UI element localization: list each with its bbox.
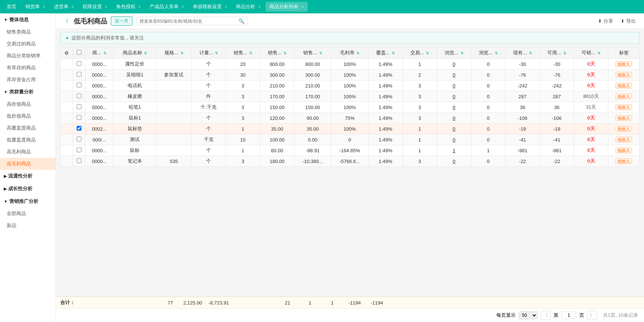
- row-stock-available-8: -41: [539, 134, 574, 145]
- row-stock-current-8: -41: [505, 134, 539, 145]
- row-view2-2: 0: [471, 70, 505, 80]
- row-tag-1: 低收入: [608, 59, 640, 70]
- select-all-checkbox[interactable]: [77, 50, 81, 55]
- row-sales-price-10: 180.00: [260, 156, 294, 167]
- row-tag-10: 低收入: [608, 156, 640, 167]
- col-settings[interactable]: ⚙: [61, 47, 73, 59]
- nav-item-purchase[interactable]: 进货单 ×: [50, 2, 77, 12]
- search-input[interactable]: [140, 19, 236, 24]
- nav-item-home[interactable]: 首页: [3, 2, 20, 12]
- nav-item-goods-list[interactable]: 商品分析列表 ×: [266, 2, 307, 12]
- nav-item-roles[interactable]: 角色授权 ×: [112, 2, 144, 12]
- row-checkbox-1[interactable]: [73, 59, 85, 70]
- sidebar-item-low-margin[interactable]: 低毛利商品: [0, 158, 55, 170]
- row-checkbox-6[interactable]: [73, 113, 85, 124]
- row-view1-1[interactable]: 0: [437, 59, 471, 70]
- row-checkbox-3[interactable]: [73, 80, 85, 91]
- nav-close-goods-list[interactable]: ×: [301, 4, 304, 9]
- row-spec-1: [156, 59, 191, 70]
- row-checkbox-4[interactable]: [73, 91, 85, 102]
- prev-page-button[interactable]: 〈: [541, 311, 551, 320]
- row-view1-6[interactable]: 0: [437, 113, 471, 124]
- row-checkbox-8[interactable]: [73, 134, 85, 145]
- row-view1-2[interactable]: 0: [437, 70, 471, 80]
- footer-view2: 1: [321, 300, 343, 306]
- col-checkbox[interactable]: [73, 47, 85, 59]
- row-coverage-10: 1.49%: [368, 156, 403, 167]
- row-view1-7[interactable]: 0: [437, 124, 471, 134]
- page-input[interactable]: [561, 312, 576, 319]
- sidebar-group-growth[interactable]: ▶ 成长性分析: [0, 182, 55, 195]
- sidebar-item-low-coverage[interactable]: 低覆盖度商品: [0, 134, 55, 146]
- arrow-right-icon: ▶: [4, 174, 7, 179]
- row-view1-8[interactable]: 0: [437, 134, 471, 145]
- sidebar-group-cluster[interactable]: ▼ 类群量分析: [0, 86, 55, 98]
- sidebar-item-category-sales-rate[interactable]: 商品分类助销率: [0, 50, 55, 62]
- nav-close-goods-analysis[interactable]: ×: [258, 4, 260, 9]
- row-checkbox-2[interactable]: [73, 70, 85, 80]
- next-page-button[interactable]: 〉: [587, 311, 597, 320]
- row-sales-qty-3: 3: [226, 80, 260, 91]
- row-sales-price-9: 60.00: [260, 145, 294, 156]
- nav-item-permissions[interactable]: 权限设置 ×: [79, 2, 111, 12]
- row-checkbox-7[interactable]: [73, 124, 85, 134]
- search-icon[interactable]: 🔍: [238, 18, 244, 24]
- date-filter-button[interactable]: 近一月: [111, 16, 132, 26]
- row-stock-available-1: -30: [539, 59, 574, 70]
- row-view1-4[interactable]: 0: [437, 91, 471, 102]
- row-trade-1: 1: [403, 59, 437, 70]
- table-row: 0000... 吴细细1 参加复试 个 30 300.00 300.00 100…: [61, 70, 640, 80]
- footer-sales-qty: 77: [161, 300, 180, 306]
- nav-close-sales[interactable]: ×: [43, 4, 45, 9]
- footer-view1: 1: [299, 300, 321, 306]
- sidebar-item-stock-goods[interactable]: 有库存的商品: [0, 62, 55, 74]
- sidebar-item-low-value[interactable]: 低价值商品: [0, 110, 55, 122]
- sidebar-item-all-goods[interactable]: 全部商品: [0, 208, 55, 220]
- row-tag-6: 低收入: [608, 113, 640, 124]
- nav-item-sales[interactable]: 销货单 ×: [22, 2, 49, 12]
- col-stock-available: 可用... ⇅: [539, 47, 574, 59]
- nav-close-permissions[interactable]: ×: [105, 4, 107, 9]
- row-checkbox-5[interactable]: [73, 102, 85, 113]
- nav-close-roles[interactable]: ×: [138, 4, 141, 9]
- sidebar-group-marketing[interactable]: ▼ 营销推广分析: [0, 195, 55, 208]
- nav-item-templates[interactable]: 单据模板设置 ×: [189, 2, 231, 12]
- sidebar-group-flow[interactable]: ▶ 流通性分析: [0, 170, 55, 182]
- row-code-7: 0002...: [85, 124, 113, 134]
- row-checkbox-10[interactable]: [73, 156, 85, 167]
- row-sales-amount-7: 35.00: [294, 124, 331, 134]
- sidebar-item-stock-capital[interactable]: 库存资金占用: [0, 74, 55, 86]
- sidebar-group-overall[interactable]: ▼ 整体信息: [0, 13, 55, 26]
- export-button[interactable]: ⬇ 导出: [618, 17, 638, 26]
- row-trade-2: 2: [403, 70, 437, 80]
- row-settings-5: [61, 102, 73, 113]
- row-view1-9[interactable]: 1: [437, 145, 471, 156]
- nav-close-purchase[interactable]: ×: [71, 4, 74, 9]
- export-icon: ⬇: [621, 18, 625, 24]
- row-view1-10[interactable]: 0: [437, 156, 471, 167]
- sidebar-item-traded-goods[interactable]: 交易过的商品: [0, 38, 55, 50]
- per-page-select[interactable]: 20 50 100: [519, 311, 538, 319]
- sidebar-item-high-value[interactable]: 高价值商品: [0, 98, 55, 110]
- sidebar-item-new-goods[interactable]: 新品: [0, 220, 55, 232]
- sidebar-collapse-button[interactable]: 《: [62, 17, 70, 25]
- nav-item-products[interactable]: 产成品入库单 ×: [146, 2, 188, 12]
- nav-close-products[interactable]: ×: [182, 4, 184, 9]
- share-button[interactable]: ⬆ 分享: [596, 17, 615, 26]
- row-view1-3[interactable]: 0: [437, 80, 471, 91]
- page-title: 低毛利商品: [74, 17, 107, 26]
- row-checkbox-9[interactable]: [73, 145, 85, 156]
- sidebar-item-high-margin[interactable]: 高毛利商品: [0, 146, 55, 158]
- sidebar-item-sales-goods[interactable]: 销售类商品: [0, 26, 55, 38]
- row-stock-available-4: 287: [539, 91, 574, 102]
- row-settings-7: [61, 124, 73, 134]
- row-view2-1: 0: [471, 59, 505, 70]
- row-spec-2: 参加复试: [156, 70, 191, 80]
- sidebar-item-high-coverage[interactable]: 高覆盖度商品: [0, 122, 55, 134]
- nav-item-goods-analysis[interactable]: 商品分析 ×: [232, 2, 264, 12]
- nav-close-templates[interactable]: ×: [225, 4, 227, 9]
- row-margin-rate-1: 100%: [331, 59, 368, 70]
- row-view1-5[interactable]: 0: [437, 102, 471, 113]
- col-name: 商品名称 ⇅: [113, 47, 157, 59]
- table-container: ⚙ 商... ⇅ 商品名称 ⇅ 规格... ⇅ 计量... ⇅ 销售... ⇅ …: [56, 45, 644, 296]
